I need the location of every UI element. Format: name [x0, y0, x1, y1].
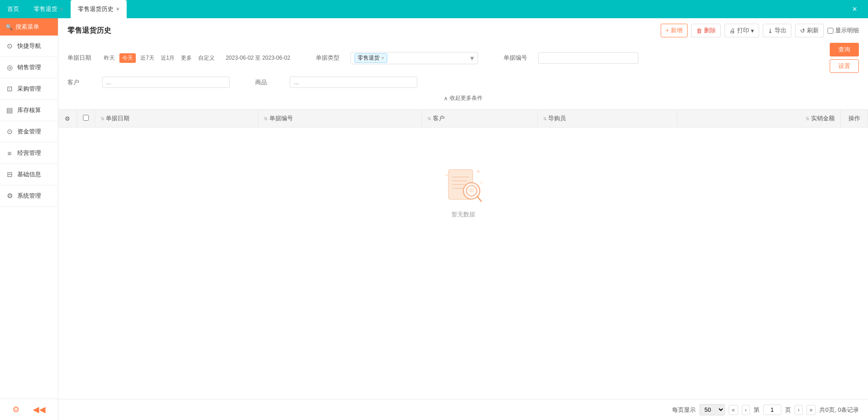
- tab-零售退货[interactable]: 零售退货×: [26, 0, 71, 18]
- per-page-label: 每页显示: [672, 406, 696, 414]
- window-close-button[interactable]: ×: [848, 3, 861, 16]
- select-all-checkbox[interactable]: [83, 115, 89, 121]
- table-header-checkbox: [77, 110, 95, 128]
- next-page-button[interactable]: ›: [795, 405, 803, 415]
- date-range-display: 2023-06-02 至 2023-06-02: [226, 54, 290, 62]
- sidebar-item-label-finance: 资金管理: [17, 128, 41, 136]
- number-filter-label: 单据编号: [503, 54, 531, 62]
- empty-state: 暂无数据: [58, 128, 868, 255]
- search-icon: 🔍: [5, 24, 13, 31]
- settings-button[interactable]: 设置: [830, 59, 859, 73]
- goods-filter-label: 商品: [255, 78, 282, 87]
- finance-icon: ⊙: [5, 128, 14, 136]
- type-filter-container[interactable]: 零售退货 × ▾: [350, 52, 478, 64]
- print-button[interactable]: 🖨 打印 ▾: [724, 24, 759, 37]
- date-more-btn[interactable]: 更多: [179, 53, 194, 63]
- sidebar-item-system[interactable]: ⚙系统管理: [0, 185, 58, 207]
- tab-close-icon[interactable]: ×: [60, 6, 63, 12]
- table-header-customer[interactable]: ⇅ 客户: [422, 110, 538, 128]
- query-button[interactable]: 查询: [830, 43, 859, 56]
- sidebar-item-basic[interactable]: ⊟基础信息: [0, 164, 58, 185]
- sidebar-item-inventory[interactable]: ▤库存核算: [0, 100, 58, 121]
- svg-point-12: [480, 182, 482, 184]
- date-filter-label: 单据日期: [67, 54, 95, 62]
- table-header-date[interactable]: ⇅ 单据日期: [95, 110, 258, 128]
- last-page-button[interactable]: »: [806, 405, 816, 415]
- sidebar-item-label-sales: 销售管理: [17, 63, 41, 72]
- sidebar-item-label-system: 系统管理: [17, 192, 41, 200]
- delete-button[interactable]: 🗑 删除: [691, 24, 721, 37]
- sidebar-item-sales[interactable]: ◎销售管理: [0, 57, 58, 78]
- per-page-select[interactable]: 10 20 50 100: [699, 404, 725, 415]
- tab-close-icon[interactable]: ×: [116, 6, 119, 12]
- filter-area: 单据日期 昨天 今天 近7天 近1月 更多 自定义 2023-06-02 至 2…: [67, 43, 859, 109]
- date-custom-btn[interactable]: 自定义: [196, 53, 216, 63]
- sidebar-item-label-purchase: 采购管理: [17, 85, 41, 93]
- sidebar-item-quick-nav[interactable]: ⊙快捷导航: [0, 36, 58, 57]
- table-header-guide[interactable]: ⇅ 导购员: [537, 110, 677, 128]
- sidebar-item-purchase[interactable]: ⊡采购管理: [0, 78, 58, 100]
- page-header: 零售退货历史 + 新增 🗑 删除 🖨 打印 ▾ ⤓ 导出: [58, 18, 868, 110]
- sidebar-item-operations[interactable]: ≡经营管理: [0, 143, 58, 164]
- sales-icon: ◎: [5, 63, 14, 72]
- quick-nav-icon: ⊙: [5, 42, 14, 50]
- table-header: ⚙ ⇅ 单据日期 ⇅ 单据编号 ⇅: [58, 110, 868, 128]
- goods-filter-input[interactable]: [290, 77, 417, 88]
- number-filter-input[interactable]: [538, 52, 638, 64]
- show-detail-input[interactable]: [827, 28, 833, 34]
- table-header-amount[interactable]: ⇅ 实销金额: [677, 110, 841, 128]
- type-filter-label: 单据类型: [316, 54, 343, 62]
- top-bar: 首页零售退货×零售退货历史× ×: [0, 0, 868, 18]
- purchase-icon: ⊡: [5, 85, 14, 93]
- inventory-icon: ▤: [5, 106, 14, 114]
- sort-amount-icon: ⇅: [806, 116, 809, 121]
- query-settings-group: 查询 设置: [830, 43, 859, 73]
- page-title: 零售退货历史: [67, 26, 111, 36]
- content-area: 零售退货历史 + 新增 🗑 删除 🖨 打印 ▾ ⤓ 导出: [58, 18, 868, 420]
- operations-icon: ≡: [5, 149, 14, 157]
- filter-row-2: 客户 商品: [67, 77, 859, 88]
- sort-number-icon: ⇅: [264, 116, 267, 121]
- tab-首页[interactable]: 首页: [0, 0, 26, 18]
- pagination-bar: 每页显示 10 20 50 100 « ‹ 第 页 › » 共0页, 0条记录: [58, 399, 868, 420]
- sidebar-item-label-quick-nav: 快捷导航: [17, 42, 41, 50]
- sidebar-item-finance[interactable]: ⊙资金管理: [0, 121, 58, 143]
- sidebar-search-button[interactable]: 🔍 搜索菜单: [0, 18, 58, 36]
- show-detail-checkbox[interactable]: 显示明细: [827, 26, 859, 35]
- date-yesterday-btn[interactable]: 昨天: [102, 53, 117, 63]
- sidebar-item-label-operations: 经营管理: [17, 149, 41, 157]
- type-dropdown-arrow[interactable]: ▾: [470, 54, 474, 62]
- main-layout: 🔍 搜索菜单 ⊙快捷导航◎销售管理⊡采购管理▤库存核算⊙资金管理≡经营管理⊟基础…: [0, 18, 868, 420]
- refresh-icon: ↺: [800, 27, 805, 34]
- sidebar-search-label: 搜索菜单: [15, 23, 39, 31]
- page-number-input[interactable]: [763, 405, 781, 415]
- basic-icon: ⊟: [5, 170, 14, 179]
- type-tag-close[interactable]: ×: [381, 55, 384, 61]
- export-icon: ⤓: [768, 27, 773, 34]
- audio-bottom-icon[interactable]: ◀◀: [33, 405, 46, 415]
- sidebar-items: ⊙快捷导航◎销售管理⊡采购管理▤库存核算⊙资金管理≡经营管理⊟基础信息⚙系统管理: [0, 36, 58, 207]
- refresh-button[interactable]: ↺ 刷新: [795, 24, 824, 37]
- system-icon: ⚙: [5, 192, 14, 200]
- date-1month-btn[interactable]: 近1月: [159, 53, 177, 63]
- collapse-bar[interactable]: ∧ 收起更多条件: [67, 92, 859, 105]
- table-container: ⚙ ⇅ 单据日期 ⇅ 单据编号 ⇅: [58, 110, 868, 399]
- date-7days-btn[interactable]: 近7天: [139, 53, 156, 63]
- new-button[interactable]: + 新增: [661, 24, 688, 37]
- table-header-number[interactable]: ⇅ 单据编号: [258, 110, 422, 128]
- table-header-settings[interactable]: ⚙: [58, 110, 77, 128]
- collapse-icon: ∧: [444, 95, 448, 102]
- first-page-button[interactable]: «: [729, 405, 738, 415]
- customer-filter-input[interactable]: [102, 77, 230, 88]
- svg-point-11: [477, 170, 480, 173]
- date-today-btn[interactable]: 今天: [119, 53, 136, 63]
- top-bar-right: ×: [848, 3, 868, 16]
- toolbar: + 新增 🗑 删除 🖨 打印 ▾ ⤓ 导出 ↺: [661, 24, 859, 37]
- prev-page-button[interactable]: ‹: [742, 405, 750, 415]
- export-button[interactable]: ⤓ 导出: [763, 24, 791, 37]
- print-icon: 🖨: [729, 27, 735, 34]
- settings-bottom-icon[interactable]: ⚙: [12, 405, 20, 415]
- empty-state-text: 暂无数据: [452, 210, 475, 219]
- tab-零售退货历史[interactable]: 零售退货历史×: [71, 0, 127, 18]
- data-table: ⚙ ⇅ 单据日期 ⇅ 单据编号 ⇅: [58, 110, 868, 128]
